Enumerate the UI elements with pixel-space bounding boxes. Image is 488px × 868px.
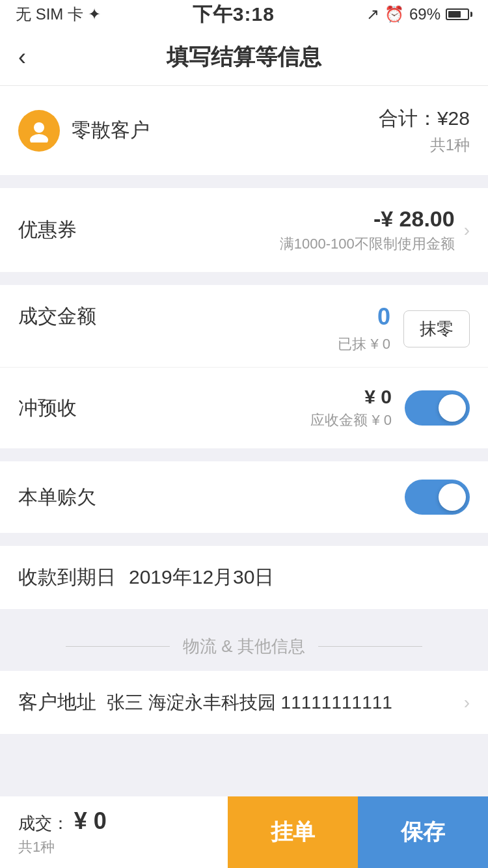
divider-line-right <box>318 646 422 647</box>
customer-count: 共1种 <box>379 135 470 156</box>
status-bar: 无 SIM 卡 ✦ 下午3:18 ↗ ⏰ 69% <box>0 0 488 29</box>
deal-amount-area: 成交金额 0 已抹 ¥ 0 抹零 <box>0 285 488 354</box>
user-icon <box>27 119 51 142</box>
coupon-right: -¥ 28.00 满1000-100不限制使用金额 › <box>280 206 470 254</box>
divider-label: 物流 & 其他信息 <box>183 635 305 658</box>
customer-avatar <box>18 110 60 152</box>
duedate-section: 收款到期日 2019年12月30日 <box>0 546 488 609</box>
coupon-chevron: › <box>464 220 470 241</box>
deal-section: 成交金额 0 已抹 ¥ 0 抹零 冲预收 ¥ 0 应收金额 ¥ 0 <box>0 285 488 448</box>
divider-text-area: 物流 & 其他信息 <box>66 635 422 658</box>
battery-label: 69% <box>409 5 441 23</box>
address-label: 客户地址 <box>18 689 96 716</box>
coupon-label: 优惠券 <box>18 217 77 243</box>
divider-line-left <box>66 646 170 647</box>
battery-icon <box>446 8 472 20</box>
prepayment-toggle[interactable] <box>405 390 470 426</box>
address-chevron: › <box>464 692 470 713</box>
debt-section: 本单赊欠 <box>0 461 488 533</box>
alarm-icon: ⏰ <box>385 5 404 23</box>
coupon-value-area: -¥ 28.00 满1000-100不限制使用金额 <box>280 206 455 254</box>
customer-section: 零散客户 合计：¥28 共1种 <box>0 86 488 175</box>
deal-amount: 0 <box>338 303 390 331</box>
bottom-deal-amount: ¥ 0 <box>74 807 107 834</box>
status-right: ↗ ⏰ 69% <box>366 5 472 23</box>
bottom-info: 成交： ¥ 0 共1种 <box>0 807 228 857</box>
customer-row: 零散客户 合计：¥28 共1种 <box>0 86 488 175</box>
divider-section: 物流 & 其他信息 <box>0 622 488 671</box>
customer-info: 零散客户 <box>18 110 150 152</box>
status-left: 无 SIM 卡 ✦ <box>16 4 101 25</box>
debt-toggle[interactable] <box>405 480 470 515</box>
svg-point-0 <box>34 122 44 133</box>
coupon-row[interactable]: 优惠券 -¥ 28.00 满1000-100不限制使用金额 › <box>0 188 488 272</box>
prepayment-amount: ¥ 0 <box>310 386 392 408</box>
prepayment-label: 冲预收 <box>18 395 77 422</box>
bottom-bar: 成交： ¥ 0 共1种 挂单 保存 <box>0 796 488 868</box>
back-button[interactable]: ‹ <box>18 44 26 71</box>
address-value: 张三 海淀永丰科技园 11111111111 <box>96 690 464 715</box>
location-icon: ↗ <box>366 5 379 23</box>
duedate-value: 2019年12月30日 <box>129 564 274 591</box>
deal-sub: 已抹 ¥ 0 <box>338 334 390 354</box>
status-time: 下午3:18 <box>193 1 275 28</box>
customer-total: 合计：¥28 <box>379 105 470 132</box>
address-section[interactable]: 客户地址 张三 海淀永丰科技园 11111111111 › <box>0 671 488 734</box>
prepayment-sub: 应收金额 ¥ 0 <box>310 411 392 430</box>
customer-total-area: 合计：¥28 共1种 <box>379 105 470 156</box>
coupon-section[interactable]: 优惠券 -¥ 28.00 满1000-100不限制使用金额 › <box>0 188 488 272</box>
save-button[interactable]: 保存 <box>358 796 488 868</box>
bottom-deal-label: 成交： <box>18 813 69 833</box>
prepayment-right: ¥ 0 应收金额 ¥ 0 <box>310 386 470 430</box>
hold-button[interactable]: 挂单 <box>228 796 358 868</box>
deal-right: 0 已抹 ¥ 0 抹零 <box>338 303 470 354</box>
coupon-desc: 满1000-100不限制使用金额 <box>280 234 455 254</box>
duedate-label: 收款到期日 <box>18 564 116 591</box>
customer-name: 零散客户 <box>72 117 150 144</box>
duedate-row: 收款到期日 2019年12月30日 <box>18 564 470 591</box>
prepayment-values: ¥ 0 应收金额 ¥ 0 <box>310 386 392 430</box>
coupon-discount: -¥ 28.00 <box>280 206 455 232</box>
deal-label: 成交金额 <box>18 303 96 330</box>
svg-point-1 <box>30 134 48 142</box>
bottom-count: 共1种 <box>18 837 210 857</box>
prepayment-row: 冲预收 ¥ 0 应收金额 ¥ 0 <box>0 367 488 448</box>
bottom-deal-row: 成交： ¥ 0 <box>18 807 210 835</box>
deal-row: 成交金额 0 已抹 ¥ 0 抹零 <box>18 303 470 354</box>
deal-value-wrap: 0 已抹 ¥ 0 <box>338 303 390 354</box>
debt-label: 本单赊欠 <box>18 484 96 511</box>
round-button[interactable]: 抹零 <box>403 310 470 347</box>
page-title: 填写结算等信息 <box>167 42 321 72</box>
nav-bar: ‹ 填写结算等信息 <box>0 29 488 86</box>
sim-label: 无 SIM 卡 ✦ <box>16 4 101 25</box>
